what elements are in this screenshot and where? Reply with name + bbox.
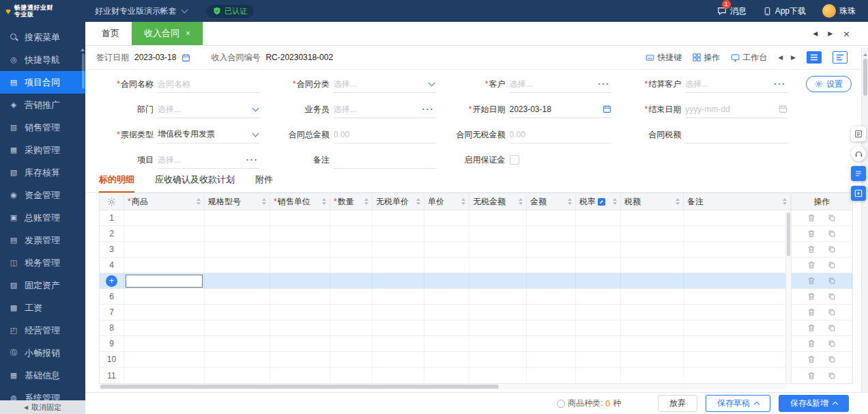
- cell-r5-c4[interactable]: [373, 273, 424, 288]
- grid-settings-gear-icon[interactable]: [100, 193, 124, 210]
- copy-row-icon[interactable]: [828, 340, 836, 348]
- untaxed-amount-input[interactable]: [510, 130, 612, 139]
- copy-row-icon[interactable]: [828, 261, 836, 269]
- cell-r1-c10[interactable]: [684, 210, 791, 225]
- actions-button[interactable]: 操作: [693, 52, 720, 64]
- sort-icon[interactable]: [414, 198, 420, 205]
- cell-r2-c3[interactable]: [330, 226, 373, 241]
- column-header-5[interactable]: 单价: [424, 193, 469, 210]
- cell-r5-c10[interactable]: [684, 273, 791, 288]
- save-draft-button[interactable]: 保存草稿: [706, 395, 770, 412]
- add-widget-button[interactable]: [851, 186, 866, 201]
- copy-row-icon[interactable]: [828, 292, 836, 301]
- tab-receivable-plan[interactable]: 应收确认及收款计划: [155, 174, 235, 192]
- sort-icon[interactable]: [516, 198, 523, 205]
- cell-r5-c0[interactable]: [124, 273, 205, 288]
- abandon-button[interactable]: 放弃: [658, 395, 697, 412]
- column-header-9[interactable]: 税额: [621, 193, 684, 210]
- cell-r11-c4[interactable]: [373, 368, 424, 383]
- cell-r9-c3[interactable]: [330, 336, 373, 351]
- cell-r9-c4[interactable]: [373, 336, 424, 351]
- cell-r7-c3[interactable]: [330, 305, 373, 320]
- cell-r3-c4[interactable]: [373, 242, 424, 257]
- certified-badge[interactable]: 已认证: [206, 5, 254, 18]
- sidebar-scroll-up-icon[interactable]: [81, 46, 85, 51]
- cell-r6-c4[interactable]: [373, 289, 424, 304]
- cell-r4-c8[interactable]: [576, 258, 621, 273]
- contract-tax-input[interactable]: [685, 130, 787, 139]
- cell-r8-c10[interactable]: [684, 320, 791, 335]
- table-horizontal-scrollbar[interactable]: [99, 384, 786, 389]
- support-widget-button[interactable]: [851, 146, 866, 161]
- tab-scroll-left-icon[interactable]: ◀: [813, 30, 818, 37]
- cell-r11-c0[interactable]: [124, 368, 205, 383]
- cell-r1-c0[interactable]: [124, 210, 205, 225]
- delete-row-icon[interactable]: [807, 214, 815, 222]
- delete-row-icon[interactable]: [807, 230, 815, 238]
- cell-r10-c9[interactable]: [621, 352, 684, 367]
- workbench-button[interactable]: 工作台: [731, 52, 767, 64]
- cell-r1-c1[interactable]: [205, 210, 270, 225]
- cell-r8-c7[interactable]: [527, 320, 576, 335]
- cell-r10-c8[interactable]: [576, 352, 621, 367]
- cell-r9-c8[interactable]: [576, 336, 621, 351]
- cell-r4-c1[interactable]: [205, 258, 270, 273]
- cell-r6-c7[interactable]: [527, 289, 576, 304]
- chevron-down-icon[interactable]: [252, 130, 259, 137]
- cell-r10-c1[interactable]: [205, 352, 270, 367]
- cell-r1-c4[interactable]: [373, 210, 424, 225]
- scrollbar-thumb[interactable]: [863, 59, 867, 96]
- cell-r8-c2[interactable]: [270, 320, 330, 335]
- delete-row-icon[interactable]: [807, 308, 815, 316]
- cell-r5-c2[interactable]: [270, 273, 330, 288]
- contract-class-select[interactable]: [334, 79, 426, 89]
- cell-r10-c10[interactable]: [684, 352, 791, 367]
- start-date-input[interactable]: [510, 105, 601, 114]
- chevron-down-icon[interactable]: [428, 80, 435, 87]
- cell-r2-c10[interactable]: [684, 226, 791, 241]
- cell-r3-c7[interactable]: [527, 242, 576, 257]
- cell-r2-c6[interactable]: [469, 226, 527, 241]
- lookup-ellipsis-icon[interactable]: ···: [598, 79, 610, 89]
- cell-r9-c9[interactable]: [621, 336, 684, 351]
- cell-r8-c6[interactable]: [469, 320, 527, 335]
- copy-row-icon[interactable]: [828, 324, 836, 332]
- cell-r4-c10[interactable]: [684, 258, 791, 273]
- lookup-ellipsis-icon[interactable]: ···: [422, 105, 435, 114]
- tab-attachments[interactable]: 附件: [255, 174, 273, 192]
- cell-r2-c8[interactable]: [576, 226, 621, 241]
- cell-r8-c0[interactable]: [124, 320, 205, 335]
- cell-r11-c6[interactable]: [469, 368, 527, 383]
- column-header-1[interactable]: 规格型号: [205, 193, 270, 210]
- cell-r3-c2[interactable]: [270, 242, 330, 257]
- account-set-selector[interactable]: 好业财专业版演示帐套: [95, 5, 187, 17]
- cell-r5-c5[interactable]: [424, 273, 469, 288]
- cell-r1-c9[interactable]: [621, 210, 684, 225]
- sidebar-item-business[interactable]: ◰经营管理: [0, 319, 85, 342]
- cell-r11-c2[interactable]: [270, 368, 330, 383]
- sidebar-item-base-info[interactable]: ▦基础信息: [0, 364, 85, 387]
- column-header-7[interactable]: 金额: [527, 193, 576, 210]
- cell-r2-c1[interactable]: [205, 226, 270, 241]
- settings-button[interactable]: 设置: [806, 76, 852, 92]
- cell-r3-c6[interactable]: [469, 242, 527, 257]
- sort-icon[interactable]: [259, 198, 266, 205]
- sort-icon[interactable]: [319, 198, 326, 205]
- copy-row-icon[interactable]: [828, 372, 836, 380]
- cell-r2-c0[interactable]: [124, 226, 205, 241]
- copy-row-icon[interactable]: [828, 308, 836, 316]
- sidebar-item-project-contract[interactable]: ▤项目合同: [0, 71, 85, 94]
- cell-r4-c6[interactable]: [469, 258, 527, 273]
- sort-icon[interactable]: [194, 198, 201, 205]
- cell-r11-c7[interactable]: [527, 368, 576, 383]
- cell-r7-c7[interactable]: [527, 305, 576, 320]
- tab-line-items[interactable]: 标的明细: [99, 174, 134, 193]
- list-view-toggle[interactable]: [807, 51, 822, 64]
- delete-row-icon[interactable]: [807, 277, 815, 285]
- cell-r6-c2[interactable]: [270, 289, 330, 304]
- cell-r8-c3[interactable]: [330, 320, 373, 335]
- copy-row-icon[interactable]: [828, 230, 836, 238]
- new-row-product-input[interactable]: [126, 275, 203, 288]
- cell-r6-c9[interactable]: [621, 289, 684, 304]
- department-select[interactable]: [158, 105, 250, 114]
